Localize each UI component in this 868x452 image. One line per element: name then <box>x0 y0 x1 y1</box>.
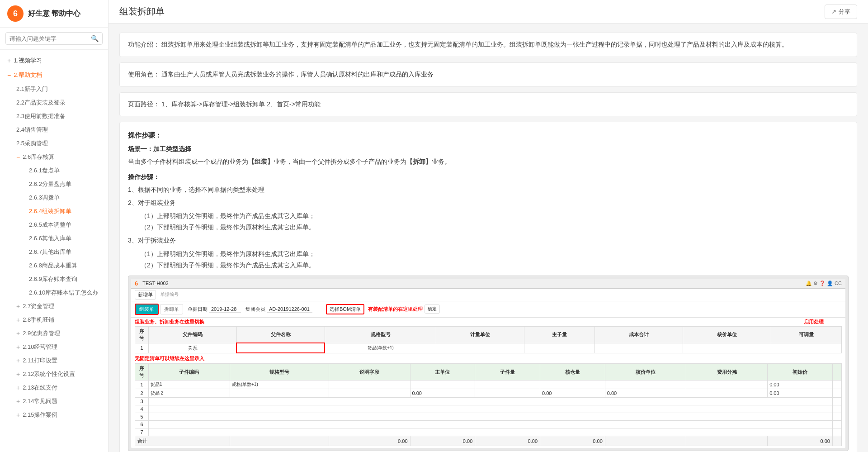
sub-cell-action[interactable] <box>833 405 842 413</box>
sidebar-item-splitcount[interactable]: 2.6.2分量盘点单 <box>25 177 108 191</box>
mock-ref-value[interactable]: AD-20191226-001 <box>267 306 312 313</box>
mock-nav-label: TEST-H002 <box>142 281 168 286</box>
sidebar-item-costadj[interactable]: 2.6.5成本调整单 <box>25 218 108 232</box>
sidebar-item-stockerror[interactable]: 2.6.10库存账本错了怎么办 <box>25 286 108 300</box>
mock-tab-docno[interactable]: 单据编号 <box>158 290 181 299</box>
sub-cell-action[interactable] <box>833 398 842 405</box>
sidebar-item-coupon[interactable]: + 2.9优惠券管理 <box>13 327 108 340</box>
cell-qty <box>524 343 595 353</box>
mock-type-btn-assembly[interactable]: 组装单 <box>135 304 159 315</box>
mock-date-value[interactable]: 2019-12-28 <box>209 306 241 313</box>
step3: 3、对于拆装业务 <box>128 235 849 246</box>
sub-cell-action[interactable] <box>833 428 842 436</box>
sidebar-item-label: 2.6.4组装拆卸单 <box>29 207 71 215</box>
col-price-unit: 核价单位 <box>683 326 771 343</box>
table-row: 7 <box>135 428 842 436</box>
sidebar-item-costcalc[interactable]: 2.6.8商品成本重算 <box>25 259 108 272</box>
sidebar-item-onlinepay[interactable]: + 2.13在线支付 <box>13 381 108 395</box>
col-spec: 规格型号 <box>325 326 436 343</box>
sidebar-item-data[interactable]: 2.3使用前数据准备 <box>13 109 108 123</box>
sidebar-item-label: 2.6.8商品成本重算 <box>29 262 77 270</box>
logo-icon: 6 <box>7 5 24 22</box>
footer-v8: 0.00 <box>768 436 833 446</box>
screenshot-inner: 6 TEST-H002 🔔 ⚙ ❓ 👤 CC 新增单 单据编号 <box>131 279 845 448</box>
cell-avail <box>771 343 841 353</box>
logo-area: 6 好生意 帮助中心 <box>0 0 108 28</box>
sidebar-item-beginner[interactable]: 2.1新手入门 <box>13 82 108 96</box>
sub-col-action <box>833 364 842 381</box>
mock-lower-table-container: 无固定清单可以继续在这里录入 序号 子件编码 规格型号 说明字段 主单位 子件量 <box>135 355 842 446</box>
sub-cell-alloc <box>686 389 768 398</box>
sub-cell-store <box>540 381 605 389</box>
mock-lower-table-header-row: 序号 子件编码 规格型号 说明字段 主单位 子件量 核仓量 核价单位 费用分摊 <box>135 364 842 381</box>
search-box[interactable]: 🔍 <box>5 32 103 45</box>
sidebar-item-label: 2.6.2分量盘点单 <box>29 180 71 188</box>
mock-ref-field: 集团会员 AD-20191226-001 <box>245 306 312 313</box>
sidebar-item-help[interactable]: − 2.帮助文档 <box>0 68 108 82</box>
cell-unit <box>436 343 524 353</box>
sidebar-item-customize[interactable]: + 2.12系统个性化设置 <box>13 367 108 381</box>
sidebar-subsub-inventory: 2.6.1盘点单 2.6.2分量盘点单 2.6.3调拨单 2.6.4组装拆卸单 … <box>13 164 108 300</box>
cell-price-unit <box>683 343 771 353</box>
mock-bom-area: 选择BOM清单 有装配清单的在这里处理 确定 <box>317 304 842 314</box>
search-icon[interactable]: 🔍 <box>91 35 99 42</box>
sidebar-item-inventory[interactable]: − 2.6库存核算 <box>13 150 108 164</box>
sub-cell-unit <box>410 381 475 389</box>
sidebar-item-assembly[interactable]: 2.6.4组装拆卸单 <box>25 205 108 218</box>
sub-cell-action[interactable] <box>833 381 842 389</box>
footer-v3: 0.00 <box>410 436 475 446</box>
mock-date-label: 单据日期 <box>188 306 208 313</box>
sidebar-item-adjust[interactable]: 2.6.3调拨单 <box>25 191 108 205</box>
sidebar-item-print[interactable]: + 2.11打印设置 <box>13 354 108 367</box>
sidebar-item-faq[interactable]: + 2.14常见问题 <box>13 395 108 408</box>
sidebar-item-stockquery[interactable]: 2.6.9库存账本查询 <box>25 272 108 286</box>
plus-icon: + <box>16 316 20 324</box>
sidebar-item-mobile[interactable]: + 2.8手机旺铺 <box>13 313 108 327</box>
cell-parent-name[interactable] <box>236 343 325 353</box>
sidebar-item-otheroutbound[interactable]: 2.6.7其他出库单 <box>25 245 108 259</box>
sidebar-item-stockcount[interactable]: 2.6.1盘点单 <box>25 164 108 177</box>
sidebar-item-otherinbound[interactable]: 2.6.6其他入库单 <box>25 232 108 245</box>
sidebar-item-cases[interactable]: + 2.15操作案例 <box>13 408 108 422</box>
sub-cell-action[interactable] <box>833 413 842 421</box>
sub-cell-action[interactable] <box>833 389 842 398</box>
top-bar: 组装拆卸单 ↗ 分享 <box>108 0 868 24</box>
plus-icon: + <box>16 330 20 337</box>
mock-confirm-btn[interactable]: 确定 <box>425 305 440 314</box>
mock-bom-select[interactable]: 选择BOM清单 <box>326 304 364 314</box>
share-icon: ↗ <box>831 8 836 15</box>
sub-cell-code: 货品1 <box>149 381 230 389</box>
sub-cell-empty <box>149 428 833 436</box>
mock-tab-new[interactable]: 新增单 <box>135 290 156 300</box>
col-avail: 可调量 <box>771 326 841 343</box>
sidebar-item-purchase[interactable]: 2.5采购管理 <box>13 137 108 150</box>
mock-type-btn-disassembly[interactable]: 拆卸单 <box>160 304 183 314</box>
sidebar-item-ops[interactable]: + 2.10经营管理 <box>13 340 108 354</box>
mock-toolbar: 组装单 拆卸单 单据日期 2019-12-28 集团会员 AD-20191226… <box>131 301 845 318</box>
cell-spec: 货品(单数+1) <box>325 343 436 353</box>
sidebar-item-label: 2.5采购管理 <box>16 139 48 147</box>
sidebar-item-label: 2.6.10库存账本错了怎么办 <box>29 289 98 297</box>
sidebar-item-label: 2.6.6其他入库单 <box>29 234 71 243</box>
mock-lower-table-header: 序号 子件编码 规格型号 说明字段 主单位 子件量 核仓量 核价单位 费用分摊 <box>135 364 842 381</box>
sidebar-item-video[interactable]: + 1.视频学习 <box>0 53 108 68</box>
sub-col-qty: 子件量 <box>475 364 540 381</box>
sidebar-item-label: 2.帮助文档 <box>14 71 42 79</box>
mock-window-bar: 6 TEST-H002 🔔 ⚙ ❓ 👤 CC <box>131 279 845 289</box>
sub-cell-action[interactable] <box>833 421 842 428</box>
sidebar-item-label: 2.9优惠券管理 <box>23 329 60 338</box>
share-button[interactable]: ↗ 分享 <box>825 5 857 19</box>
intro-text: 组装拆卸单用来处理企业组装或拆卸等加工业务，支持有固定装配清单的产品加工业务，也… <box>161 41 788 48</box>
sub-cell-price: 0.00 <box>605 389 686 398</box>
sub-cell-desc <box>329 381 410 389</box>
mock-ref-label: 集团会员 <box>245 306 265 313</box>
table-row: 4 <box>135 405 842 413</box>
mock-lower-table-body: 1 货品1 规格(单数+1) 0.00 <box>135 381 842 436</box>
search-input[interactable] <box>9 35 91 42</box>
sidebar-item-sales[interactable]: 2.4销售管理 <box>13 123 108 137</box>
annotation-enable: 启用处理 <box>804 319 824 325</box>
sidebar-item-fund[interactable]: + 2.7资金管理 <box>13 300 108 313</box>
sidebar-item-install[interactable]: 2.2产品安装及登录 <box>13 96 108 109</box>
sub-cell-seq: 5 <box>135 413 149 421</box>
table-row: 2 货品 2 0.00 0.00 0.00 0.00 <box>135 389 842 398</box>
